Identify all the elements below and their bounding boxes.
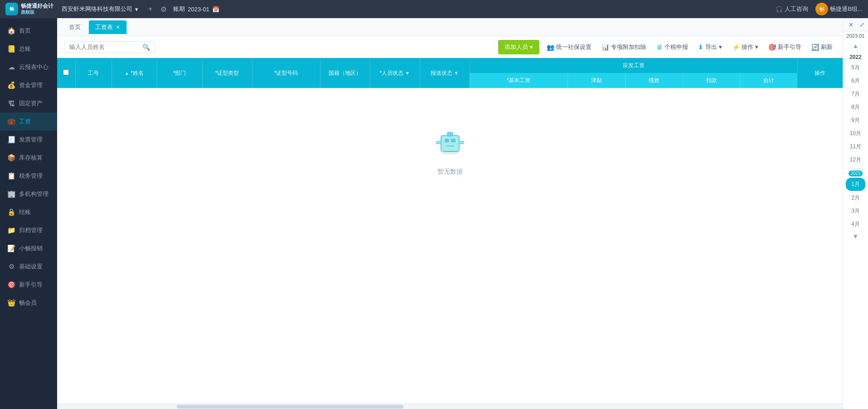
sidebar-item-close-account[interactable]: 🔒 结账 bbox=[0, 203, 57, 221]
month-2022-12[interactable]: 12月 bbox=[843, 153, 868, 166]
guide-icon: 🎯 bbox=[7, 281, 15, 289]
basic-settings-icon: ⚙ bbox=[7, 263, 15, 271]
sidebar-item-tax[interactable]: 📋 税务管理 bbox=[0, 167, 57, 185]
export-icon: ⬇ bbox=[698, 44, 703, 51]
add-person-button[interactable]: 添加人员 ▾ bbox=[498, 40, 539, 54]
svg-rect-2 bbox=[451, 139, 456, 142]
tab-home[interactable]: 首页 bbox=[63, 20, 87, 34]
col-ops-label: 操作 bbox=[815, 70, 825, 76]
sidebar-item-fixed-assets[interactable]: 🏗 固定资产 bbox=[0, 94, 57, 112]
new-guide-button[interactable]: 🎯 新手引导 bbox=[766, 41, 804, 53]
operations-button[interactable]: ⚡ 操作 ▾ bbox=[729, 41, 761, 53]
sidebar-item-archive[interactable]: 📁 归档管理 bbox=[0, 221, 57, 239]
panel-expand-button[interactable]: ⤢ bbox=[857, 20, 866, 29]
export-arrow: ▾ bbox=[719, 44, 722, 50]
month-2023-2[interactable]: 2月 bbox=[843, 191, 868, 204]
sidebar-item-fund[interactable]: 💰 资金管理 bbox=[0, 76, 57, 94]
sidebar-item-xiaochang[interactable]: 📝 小畅报销 bbox=[0, 239, 57, 258]
col-name-header[interactable]: ▲ *姓名 bbox=[112, 58, 157, 88]
export-label: 导出 bbox=[705, 43, 717, 51]
export-button[interactable]: ⬇ 导出 ▾ bbox=[695, 41, 725, 53]
xiaochang-icon: 📝 bbox=[7, 244, 15, 253]
month-2023-4[interactable]: 4月 bbox=[843, 218, 868, 231]
sidebar-item-salary[interactable]: 💼 工资 bbox=[0, 112, 57, 131]
app-edition: 旗舰版 bbox=[21, 9, 53, 15]
social-security-button[interactable]: 👥 统一社保设置 bbox=[544, 41, 594, 53]
col-report-status-header[interactable]: 报送状态 ▼ bbox=[420, 58, 470, 88]
col-num-header: 工号 bbox=[75, 58, 112, 88]
sort-up-icon: ▲ bbox=[125, 71, 129, 76]
sidebar-label-member: 畅会员 bbox=[19, 299, 37, 307]
ops-label: 操作 bbox=[742, 43, 753, 51]
sidebar-item-ledger[interactable]: 📒 总账 bbox=[0, 40, 57, 58]
ops-icon: ⚡ bbox=[732, 44, 740, 51]
top-header: 畅 畅捷通好会计 旗舰版 西安虾米网络科技有限公司 ▾ + ⚙ 账期 2023-… bbox=[0, 0, 868, 18]
tab-salary-close[interactable]: ✕ bbox=[116, 24, 120, 30]
tax-report-button[interactable]: 🖥 个税申报 bbox=[654, 41, 691, 53]
sidebar-item-new-guide[interactable]: 🎯 新手引导 bbox=[0, 276, 57, 294]
new-guide-label: 新手引导 bbox=[778, 43, 801, 51]
month-2022-8[interactable]: 8月 bbox=[843, 101, 868, 114]
col-dept-header: *部门 bbox=[157, 58, 202, 88]
toolbar: 🔍 添加人员 ▾ 👥 统一社保设置 📊 专项附加扣除 🖥 个税申报 ⬇ bbox=[57, 36, 843, 58]
settings-icon[interactable]: ⚙ bbox=[159, 3, 169, 15]
refresh-label: 刷新 bbox=[821, 43, 833, 51]
select-all-checkbox[interactable] bbox=[63, 69, 69, 75]
nav-up-arrow[interactable]: ▲ bbox=[851, 40, 861, 51]
month-2022-9[interactable]: 9月 bbox=[843, 114, 868, 127]
tax-icon: 📋 bbox=[7, 172, 15, 180]
panel-close-button[interactable]: ✕ bbox=[846, 20, 855, 29]
human-service-button[interactable]: 🎧 人工咨询 bbox=[776, 5, 808, 13]
month-2022-6[interactable]: 6月 bbox=[843, 74, 868, 88]
report-status-filter-icon: ▼ bbox=[454, 70, 459, 76]
col-name-label: *姓名 bbox=[131, 70, 144, 76]
nav-down-arrow[interactable]: ▼ bbox=[851, 231, 861, 242]
special-deduct-label: 专项附加扣除 bbox=[611, 43, 646, 51]
company-selector[interactable]: 西安虾米网络科技有限公司 ▾ bbox=[58, 3, 142, 15]
col-cert-type-header: *证型类型 bbox=[202, 58, 252, 88]
month-2022-5[interactable]: 5月 bbox=[843, 61, 868, 74]
svg-rect-1 bbox=[445, 139, 449, 142]
svg-rect-0 bbox=[441, 136, 459, 151]
special-deduct-button[interactable]: 📊 专项附加扣除 bbox=[599, 41, 649, 53]
month-2022-11[interactable]: 11月 bbox=[843, 140, 868, 153]
invoice-icon: 🧾 bbox=[7, 136, 15, 144]
sidebar-item-home[interactable]: 🏠 首页 bbox=[0, 22, 57, 40]
month-2023-1[interactable]: 1月 bbox=[846, 178, 865, 191]
col-checkbox-header[interactable] bbox=[57, 58, 75, 88]
horizontal-scrollbar[interactable] bbox=[57, 404, 843, 409]
search-input[interactable] bbox=[69, 44, 140, 50]
month-2022-10[interactable]: 10月 bbox=[843, 127, 868, 140]
col-person-status-header[interactable]: *人员状态 ▼ bbox=[370, 58, 420, 88]
assets-icon: 🏗 bbox=[7, 100, 15, 107]
account-period: 账期 2023-01 📅 bbox=[173, 5, 219, 13]
logo-area: 畅 畅捷通好会计 旗舰版 bbox=[5, 3, 53, 15]
fund-icon: 💰 bbox=[7, 81, 15, 89]
col-country-label: 国籍（地区） bbox=[329, 70, 361, 76]
user-area[interactable]: 畅 畅捷通B组... bbox=[815, 3, 863, 15]
divider bbox=[846, 168, 866, 169]
month-2023-3[interactable]: 3月 bbox=[843, 204, 868, 218]
sidebar-item-member[interactable]: 👑 畅会员 bbox=[0, 294, 57, 312]
add-button[interactable]: + bbox=[146, 3, 154, 15]
tab-salary[interactable]: 工资表 ✕ bbox=[89, 20, 126, 34]
sidebar-item-invoice[interactable]: 🧾 发票管理 bbox=[0, 131, 57, 149]
salary-table: 工号 ▲ *姓名 *部门 *证型类型 *证型号码 bbox=[57, 58, 843, 212]
sidebar-label-tax: 税务管理 bbox=[19, 172, 43, 180]
sidebar-label-guide: 新手引导 bbox=[19, 281, 43, 289]
main-layout: 🏠 首页 📒 总账 ☁ 云报表中心 💰 资金管理 🏗 固定资产 💼 工资 🧾 发… bbox=[0, 18, 868, 409]
col-dept-label: *部门 bbox=[173, 70, 186, 76]
col-num-label: 工号 bbox=[88, 70, 99, 76]
col-ops-header: 操作 bbox=[797, 58, 843, 88]
sidebar-item-basic-settings[interactable]: ⚙ 基础设置 bbox=[0, 258, 57, 276]
month-2022-7[interactable]: 7月 bbox=[843, 88, 868, 101]
calendar-icon[interactable]: 📅 bbox=[212, 6, 219, 13]
sidebar-item-cloud-report[interactable]: ☁ 云报表中心 bbox=[0, 58, 57, 76]
scroll-thumb[interactable] bbox=[177, 405, 403, 409]
refresh-button[interactable]: 🔄 刷新 bbox=[809, 41, 835, 53]
person-status-filter-icon: ▼ bbox=[405, 70, 410, 76]
sidebar-item-inventory[interactable]: 📦 库存核算 bbox=[0, 149, 57, 167]
sidebar-label-close: 结账 bbox=[19, 208, 31, 216]
col-cert-type-label: *证型类型 bbox=[215, 70, 239, 76]
sidebar-item-multi-org[interactable]: 🏢 多机构管理 bbox=[0, 185, 57, 203]
